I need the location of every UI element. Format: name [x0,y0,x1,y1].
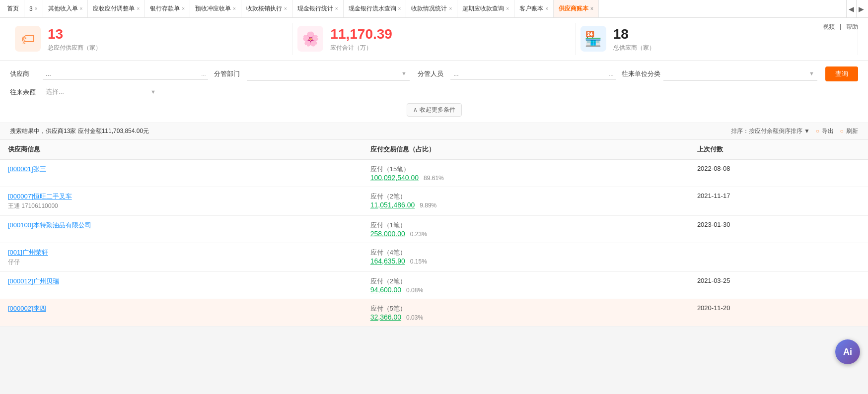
nav-tab-collect-stat[interactable]: 收款情况统计× [406,0,457,18]
nav-tab-collect-verify[interactable]: 收款核销执行× [241,0,292,18]
stat-number-total: 18 [613,26,655,43]
close-tab-other-income[interactable]: × [80,6,83,11]
close-tab-customer-account[interactable]: × [545,6,548,11]
supplier-icon: 🏷 [15,26,41,52]
manager-input[interactable] [450,68,616,80]
supplier-link-0[interactable]: [000001]张三 [8,165,46,173]
collapse-wrapper: ∧ 收起更多条件 [10,103,858,117]
col-last-date: 上次付数 [689,140,868,159]
close-tab-cash-bank-stat[interactable]: × [335,6,338,11]
tx-percent-4: 0.08% [406,287,423,294]
dept-select[interactable]: ▼ [247,67,410,81]
table-header: 供应商信息 应付交易信息（占比） 上次付数 [0,140,868,159]
stat-number-payable: 11,170.39 [330,26,392,43]
tx-amount-2[interactable]: 258,000.00 [370,230,405,238]
tx-percent-1: 9.89% [420,202,436,209]
filter-area: 供应商 ... 分管部门 ▼ 分管人员 ... 往来单位分类 ▼ 查询 [0,61,868,123]
tx-amount-4[interactable]: 94,600.00 [370,286,401,294]
td-supplier-0: [000001]张三 [0,159,362,187]
video-link[interactable]: 视频 [823,23,835,31]
nav-tab-t3[interactable]: 3× [24,0,43,18]
td-tx-3: 应付（4笔）164,635.900.15% [362,243,689,271]
sort-label[interactable]: 排序：按应付余额倒序排序 ▼ [731,127,810,135]
close-tab-cash-bank-flow[interactable]: × [398,6,401,11]
table-row: [000007]恒旺二手叉车王通 17106110000应付（2笔）11,051… [0,187,868,215]
nav-next-arrow[interactable]: ▶ [856,0,866,18]
td-supplier-4: [000012]广州贝瑞 [0,271,362,299]
col-tx-info: 应付交易信息（占比） [362,140,689,159]
supplier-label: 供应商 [10,69,40,78]
supplier-link-4[interactable]: [000012]广州贝瑞 [8,277,59,285]
nav-tab-home[interactable]: 首页 [2,0,24,18]
close-tab-collect-verify[interactable]: × [284,6,287,11]
result-summary: 搜索结果中，供应商13家 应付金额111,703,854.00元 [10,127,149,135]
balance-chevron-icon: ▼ [150,89,156,95]
td-tx-5: 应付（5笔）32,366.000.03% [362,299,689,326]
close-tab-overdue-collect[interactable]: × [506,6,509,11]
separator: | [840,23,841,31]
nav-tab-cash-bank-flow[interactable]: 现金银行流水查询× [344,0,407,18]
filter-category: 往来单位分类 ▼ [622,67,818,81]
balance-select-text: 选择... [46,87,64,96]
tx-label-4: 应付（2笔） [370,277,681,286]
filter-row-2: 往来余额 选择... ▼ [10,85,858,99]
export-icon: ○ [816,128,819,134]
collapse-button[interactable]: ∧ 收起更多条件 [407,103,462,117]
supplier-link-2[interactable]: [000100]本特勤油品有限公司 [8,221,91,229]
balance-label: 往来余额 [10,88,40,97]
nav-tab-other-income[interactable]: 其他收入单× [43,0,88,18]
supplier-input[interactable] [43,68,208,80]
store-icon: 🏪 [580,26,606,52]
supplier-link-1[interactable]: [000007]恒旺二手叉车 [8,193,72,200]
tx-percent-2: 0.23% [410,231,427,238]
tx-amount-1[interactable]: 11,051,486.00 [370,201,415,209]
close-tab-collect-stat[interactable]: × [449,6,452,11]
table-row: [000001]张三应付（15笔）100,092,540.0089.61%202… [0,159,868,187]
close-tab-ap-adjust[interactable]: × [137,6,140,11]
refresh-button[interactable]: ○ 刷新 [840,127,858,135]
table-row: [000100]本特勤油品有限公司应付（1笔）258,000.000.23%20… [0,215,868,243]
manager-label: 分管人员 [418,69,447,78]
tx-label-0: 应付（15笔） [370,165,681,174]
close-tab-bank-deposit[interactable]: × [182,6,185,11]
top-nav: 首页3×其他收入单×应收应付调整单×银行存款单×预收冲应收单×收款核销执行×现金… [0,0,868,18]
nav-tab-overdue-collect[interactable]: 超期应收款查询× [457,0,514,18]
export-button[interactable]: ○ 导出 [816,127,834,135]
nav-prev-arrow[interactable]: ◀ [846,0,856,18]
stat-info-2: 11,170.39 应付合计（万） [330,26,392,52]
table-row: [000012]广州贝瑞应付（2笔）94,600.000.08%2021-03-… [0,271,868,299]
nav-tab-prepay-collect[interactable]: 预收冲应收单× [190,0,241,18]
tx-amount-3[interactable]: 164,635.90 [370,257,405,265]
close-tab-prepay-collect[interactable]: × [233,6,236,11]
close-tab-supplier-account[interactable]: × [590,6,593,11]
close-tab-t3[interactable]: × [35,6,38,11]
td-supplier-5: [000002]李四 [0,299,362,326]
result-actions: 排序：按应付余额倒序排序 ▼ ○ 导出 ○ 刷新 [731,127,858,135]
tx-amount-5[interactable]: 32,366.00 [370,313,401,321]
nav-tab-bank-deposit[interactable]: 银行存款单× [145,0,190,18]
nav-tab-ap-adjust[interactable]: 应收应付调整单× [88,0,145,18]
query-button[interactable]: 查询 [825,66,858,81]
tx-percent-0: 89.61% [424,175,444,182]
nav-tab-cash-bank-stat[interactable]: 现金银行统计× [292,0,344,18]
tx-percent-3: 0.15% [410,258,427,265]
payable-icon: 🌸 [297,26,323,52]
supplier-link-3[interactable]: [001]广州荣轩 [8,249,48,256]
supplier-sub-3: 仔仔 [8,258,355,266]
td-supplier-3: [001]广州荣轩仔仔 [0,243,362,271]
collapse-icon: ∧ [413,106,418,113]
stat-number-suppliers: 13 [48,26,101,43]
filter-balance: 往来余额 选择... ▼ [10,85,159,99]
table-container: 供应商信息 应付交易信息（占比） 上次付数 [000001]张三应付（15笔）1… [0,140,868,327]
refresh-label: 刷新 [846,128,858,134]
stat-card-payable: 🌸 11,170.39 应付合计（万） [292,23,575,55]
tx-amount-0[interactable]: 100,092,540.00 [370,174,419,182]
supplier-link-5[interactable]: [000002]李四 [8,305,46,312]
td-last-date-5: 2020-11-20 [689,299,868,326]
balance-select[interactable]: 选择... ▼ [43,85,159,99]
help-link[interactable]: 帮助 [846,23,858,31]
category-select[interactable]: ▼ [663,67,818,81]
nav-tab-customer-account[interactable]: 客户账本× [514,0,554,18]
nav-tab-supplier-account[interactable]: 供应商账本× [554,0,599,18]
sort-chevron-icon: ▼ [804,128,810,134]
